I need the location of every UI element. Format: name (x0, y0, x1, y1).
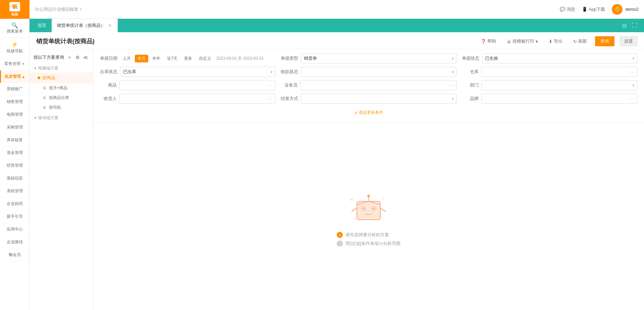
sidebar-item-wechat[interactable]: 企业微信 (0, 236, 29, 249)
sidebar-item-ecommerce[interactable]: 电商管理 (0, 108, 29, 121)
product-dots[interactable]: ··· (267, 83, 273, 88)
sidebar-item-quicknav[interactable]: ⚡ 快捷导航 (0, 38, 29, 58)
filter-warehouse: 仓库 ··· (462, 67, 637, 77)
collapse-more-btn[interactable]: ∧ 收起更多条件 (100, 107, 637, 118)
svg-text:✦: ✦ (350, 198, 354, 202)
tab-home[interactable]: 首页 (32, 19, 52, 32)
svg-point-8 (367, 195, 370, 197)
app-download-label: App下载 (589, 6, 605, 12)
sidebar-item-system[interactable]: 系统管理 (0, 185, 29, 198)
tab-close-icon[interactable]: ✕ (108, 22, 112, 29)
sidebar-item-wholesale[interactable]: 批发管理 ▲ (1, 70, 29, 83)
refresh-button[interactable]: ↻ 刷新 (571, 37, 590, 46)
sidebar-item-sales[interactable]: 销售管理 (0, 96, 29, 108)
user-area[interactable]: 😊 demo2 (612, 4, 639, 15)
brand-select[interactable]: ··· (481, 94, 637, 104)
sidebar-item-guide[interactable]: 新手引导 (0, 210, 29, 223)
receipt-status-arrow: ▾ (452, 70, 453, 74)
scheme-item-by-month-product[interactable]: ⊞ 按月+商品 (30, 83, 93, 93)
help-button[interactable]: ❓ 帮助 (478, 37, 499, 46)
filter-area: 单据日期 上月 本月 本年 近7天 更多 自定义 2023-03-01 至 20… (93, 49, 644, 122)
date-tab-7days[interactable]: 近7天 (164, 55, 180, 62)
empty-step-1: 1 请先选择要分析的方案 (337, 232, 389, 238)
sidebar-item-apps[interactable]: 应用中心 (0, 223, 29, 236)
salesperson-select[interactable]: ··· (300, 80, 456, 90)
svg-line-6 (380, 208, 385, 211)
sidebar-item-marketing[interactable]: 营销推广 (0, 83, 29, 96)
header-left: 办公用品行业模拟账套 ▾ (35, 6, 82, 12)
avatar[interactable]: 😊 (612, 4, 623, 15)
scheme-group-desktop: ▼ 电脑端方案 按商品 ⊞ 按月+商品 ⊞ 按商品分类 (30, 64, 93, 112)
header-right: 💬 消息 📱 App下载 😊 demo2 (560, 4, 639, 15)
recipient-select[interactable]: ··· (119, 94, 275, 104)
scheme-item-by-clerk[interactable]: ⊞ 按司机 (30, 103, 93, 112)
filter-bill-type: 单据类型 销货单 ▾ (281, 53, 456, 63)
out-status-arrow: ▾ (271, 70, 272, 74)
tab-bar: 首页 销货单统计表（按商品） ✕ ⊟ ⛶ (30, 19, 644, 32)
bill-type-select[interactable]: 销货单 ▾ (301, 53, 456, 63)
page-header-actions: ❓ 帮助 🖨 按模板打印 ▾ ⬇ 导出 ↻ 刷新 查询 (478, 36, 637, 46)
svg-rect-0 (357, 201, 380, 220)
salesperson-dots[interactable]: ··· (447, 83, 453, 88)
date-tabs: 上月 本月 本年 近7天 更多 自定义 2023-03-01 至 2023-03… (120, 55, 264, 62)
sidebar-item-member[interactable]: 畅会员 (0, 249, 29, 261)
sidebar-item-retail[interactable]: 零售管理 ▼ (0, 58, 29, 70)
help-icon: ❓ (481, 39, 486, 44)
date-tab-thismonth[interactable]: 本月 (135, 55, 148, 62)
print-button[interactable]: 🖨 按模板打印 ▾ (504, 37, 541, 46)
department-select[interactable]: ▾ (481, 80, 637, 90)
panel-add-button[interactable]: + (66, 54, 73, 61)
warehouse-dots[interactable]: ··· (628, 69, 634, 74)
tab-minimize-icon[interactable]: ⊟ (621, 21, 628, 30)
scheme-group-mobile-title[interactable]: ▼ 移动端方案 (30, 114, 93, 122)
warehouse-select[interactable]: ··· (481, 67, 637, 77)
scheme-item-by-category[interactable]: ⊞ 按商品分类 (30, 93, 93, 103)
receipt-status-select[interactable]: ▾ (301, 67, 456, 77)
warehouse-label: 仓库 (462, 69, 479, 75)
sidebar-item-enterprise[interactable]: 企业协同 (0, 198, 29, 210)
out-status-select[interactable]: 已出库 ▾ (120, 67, 275, 77)
export-button[interactable]: ⬇ 导出 (546, 37, 565, 46)
sidebar-item-purchase[interactable]: 采购管理 (0, 121, 29, 134)
product-select[interactable]: ··· (119, 80, 275, 90)
step-2-text: 用[过滤]条件来缩小分析范围 (345, 241, 400, 247)
brand-dots[interactable]: ··· (628, 96, 634, 101)
page-content: 销货单统计表(按商品) ❓ 帮助 🖨 按模板打印 ▾ ⬇ 导出 ↻ 刷新 (30, 32, 644, 310)
scheme-group-desktop-title[interactable]: ▼ 电脑端方案 (30, 64, 93, 72)
panel-collapse-button[interactable]: ≪ (82, 54, 89, 61)
department-label: 部门 (462, 82, 479, 88)
scheme-item-by-product[interactable]: 按商品 (30, 72, 93, 83)
date-tab-custom[interactable]: 自定义 (196, 55, 214, 62)
sidebar-item-operations[interactable]: 经营管理 (0, 159, 29, 172)
message-action[interactable]: 💬 消息 (560, 6, 575, 12)
settlement-label: 结算方式 (281, 96, 298, 102)
sidebar-item-finance[interactable]: 资金管理 (0, 147, 29, 159)
grid-icon-1: ⊞ (42, 86, 47, 91)
sidebar-item-inventory[interactable]: 库存核算 (0, 134, 29, 147)
settlement-select[interactable]: ▾ (301, 94, 456, 104)
avatar-image: 😊 (614, 7, 620, 12)
page-title: 销货单统计表(按商品) (36, 37, 95, 45)
username[interactable]: demo2 (625, 7, 639, 12)
date-tab-lastmonth[interactable]: 上月 (120, 55, 133, 62)
date-tab-thisyear[interactable]: 本年 (150, 55, 163, 62)
filter-row-1: 单据日期 上月 本月 本年 近7天 更多 自定义 2023-03-01 至 20… (100, 53, 637, 63)
refresh-icon: ↻ (573, 39, 577, 44)
tab-expand-icon[interactable]: ⛶ (631, 21, 639, 30)
sidebar-search[interactable]: 🔍 查询 搜索菜单 (0, 19, 29, 38)
tab-report[interactable]: 销货单统计表（按商品） ✕ (52, 19, 118, 32)
right-main: 单据日期 上月 本月 本年 近7天 更多 自定义 2023-03-01 至 20… (93, 49, 644, 310)
date-tab-more[interactable]: 更多 (181, 55, 195, 62)
main-wrapper: 办公用品行业模拟账套 ▾ 💬 消息 📱 App下载 😊 demo2 首页 (30, 0, 644, 310)
settings-button[interactable]: 设置 (620, 36, 637, 46)
app-download-action[interactable]: 📱 App下载 (582, 6, 605, 12)
export-icon: ⬇ (549, 39, 552, 44)
sidebar-item-basic[interactable]: 基础信息 (0, 172, 29, 185)
bill-status-select[interactable]: 已生效 ▾ (482, 53, 637, 63)
out-status-value: 已出库 (123, 69, 136, 75)
breadcrumb-arrow: ▾ (80, 7, 82, 12)
panel-settings-button[interactable]: ⚙ (74, 54, 81, 61)
query-button[interactable]: 查询 (595, 36, 614, 46)
date-range-text: 2023-03-01 至 2023-03-31 (216, 56, 264, 61)
recipient-dots[interactable]: ··· (267, 96, 273, 101)
